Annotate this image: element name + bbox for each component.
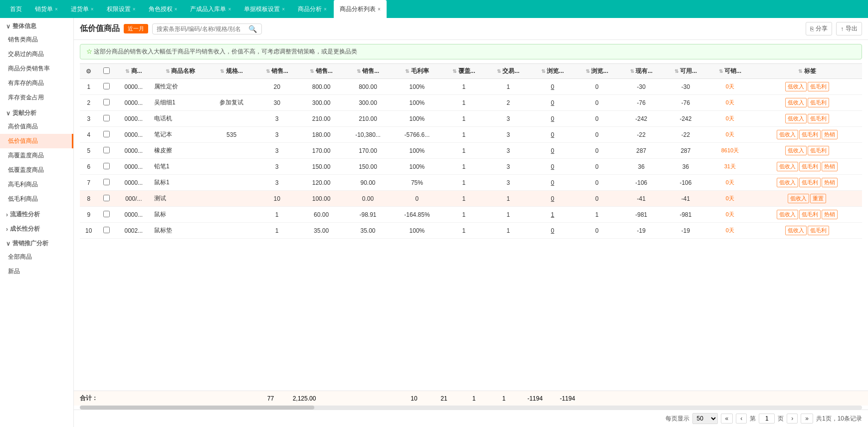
horizontal-scrollbar[interactable] <box>80 406 862 410</box>
td-view1[interactable]: 0 <box>530 143 575 159</box>
th-current-stock[interactable]: ⇅ 现有... <box>619 64 663 79</box>
td-view1[interactable]: 0 <box>530 95 575 111</box>
sidebar-group-flow[interactable]: › 流通性分析 <box>0 206 73 221</box>
nav-template[interactable]: 单据模板设置 × <box>238 0 291 18</box>
th-col6[interactable]: ⇅ 销售... <box>299 64 344 79</box>
row-checkbox[interactable] <box>103 83 110 89</box>
nav-sales[interactable]: 销货单 × <box>29 0 64 18</box>
th-view2[interactable]: ⇅ 浏览... <box>575 64 619 79</box>
row-checkbox[interactable] <box>103 147 110 153</box>
sidebar-item-high-profit[interactable]: 高毛利商品 <box>0 177 73 192</box>
row-checkbox[interactable] <box>103 131 110 137</box>
td-view1[interactable]: 0 <box>530 111 575 127</box>
next-page-button[interactable]: › <box>787 414 798 424</box>
row-checkbox[interactable] <box>103 99 110 105</box>
td-checkbox[interactable] <box>98 127 115 143</box>
row-checkbox[interactable] <box>103 227 110 233</box>
td-checkbox[interactable] <box>98 159 115 175</box>
td-view1[interactable]: 0 <box>530 223 575 239</box>
close-icon[interactable]: × <box>175 6 178 12</box>
view1-link[interactable]: 0 <box>551 227 554 234</box>
td-checkbox[interactable] <box>98 79 115 95</box>
th-settings[interactable]: ⚙ <box>80 64 98 79</box>
view1-link[interactable]: 1 <box>551 211 554 218</box>
view1-link[interactable]: 0 <box>551 195 554 202</box>
td-view1[interactable]: 0 <box>530 159 575 175</box>
sidebar-item-sales-goods[interactable]: 销售类商品 <box>0 32 73 47</box>
close-icon[interactable]: × <box>282 6 285 12</box>
sidebar-group-marketing[interactable]: ∨ 营销推广分析 <box>0 235 73 250</box>
table-container[interactable]: ⚙ ⇅ 商... ⇅ 商品名称 ⇅ 规格... ⇅ 销售... ⇅ 销售... … <box>74 63 868 391</box>
td-view1[interactable]: 0 <box>530 79 575 95</box>
share-button[interactable]: ⎘ 分享 <box>806 22 832 35</box>
sidebar-group-overall[interactable]: ∨ 整体信息 <box>0 18 73 32</box>
td-checkbox[interactable] <box>98 207 115 223</box>
td-view1[interactable]: 0 <box>530 127 575 143</box>
sidebar-item-stock-capital[interactable]: 库存资金占用 <box>0 90 73 105</box>
view1-link[interactable]: 0 <box>551 115 554 122</box>
sidebar-item-all-goods[interactable]: 全部商品 <box>0 250 73 264</box>
sidebar-item-category-rate[interactable]: 商品分类销售率 <box>0 61 73 76</box>
nav-purchase[interactable]: 进货单 × <box>65 0 100 18</box>
sidebar-item-new-goods[interactable]: 新品 <box>0 264 73 279</box>
th-col7[interactable]: ⇅ 销售... <box>344 64 393 79</box>
th-col5[interactable]: ⇅ 销售... <box>255 64 299 79</box>
view1-link[interactable]: 0 <box>551 99 554 106</box>
th-coverage[interactable]: ⇅ 覆盖... <box>441 64 486 79</box>
close-icon[interactable]: × <box>378 6 381 12</box>
view1-link[interactable]: 0 <box>551 83 554 90</box>
view1-link[interactable]: 0 <box>551 147 554 154</box>
td-checkbox[interactable] <box>98 191 115 207</box>
row-checkbox[interactable] <box>103 179 110 185</box>
close-icon[interactable]: × <box>133 6 136 12</box>
td-view1[interactable]: 0 <box>530 175 575 191</box>
sidebar-item-high-value[interactable]: 高价值商品 <box>0 119 73 134</box>
prev-page-button[interactable]: ‹ <box>736 414 747 424</box>
th-checkbox[interactable] <box>98 64 115 79</box>
close-icon[interactable]: × <box>55 6 58 12</box>
last-page-button[interactable]: » <box>801 414 813 424</box>
th-saleable[interactable]: ⇅ 可销... <box>708 64 752 79</box>
sidebar-item-low-profit[interactable]: 低毛利商品 <box>0 192 73 206</box>
sidebar-group-contribution[interactable]: ∨ 贡献分析 <box>0 105 73 119</box>
td-checkbox[interactable] <box>98 175 115 191</box>
th-tags[interactable]: ⇅ 标签 <box>752 64 862 79</box>
row-checkbox[interactable] <box>103 115 110 121</box>
sidebar-item-in-stock[interactable]: 有库存的商品 <box>0 76 73 90</box>
th-view1[interactable]: ⇅ 浏览... <box>530 64 575 79</box>
settings-icon[interactable]: ⚙ <box>86 68 91 75</box>
td-view1[interactable]: 1 <box>530 207 575 223</box>
nav-role[interactable]: 角色授权 × <box>143 0 184 18</box>
row-checkbox[interactable] <box>103 211 110 217</box>
sidebar-item-low-value[interactable]: 低价值商品 <box>0 134 73 148</box>
td-checkbox[interactable] <box>98 223 115 239</box>
sidebar-item-traded[interactable]: 交易过的商品 <box>0 47 73 61</box>
first-page-button[interactable]: « <box>721 414 733 424</box>
filter-tag-button[interactable]: 近一月 <box>124 24 148 33</box>
nav-product-analysis[interactable]: 商品分析 × <box>292 0 333 18</box>
sidebar-item-low-coverage[interactable]: 低覆盖度商品 <box>0 163 73 177</box>
th-code[interactable]: ⇅ 商... <box>115 64 153 79</box>
nav-home[interactable]: 首页 <box>4 0 28 18</box>
export-button[interactable]: ↑ 导出 <box>836 22 862 35</box>
nav-permission[interactable]: 权限设置 × <box>101 0 142 18</box>
select-all-checkbox[interactable] <box>103 67 110 74</box>
view1-link[interactable]: 0 <box>551 131 554 138</box>
th-name[interactable]: ⇅ 商品名称 <box>152 64 208 79</box>
nav-product-in[interactable]: 产成品入库单 × <box>184 0 237 18</box>
per-page-select[interactable]: 50 100 200 <box>692 413 718 424</box>
page-number-input[interactable] <box>759 414 775 424</box>
th-trade[interactable]: ⇅ 交易... <box>486 64 530 79</box>
td-checkbox[interactable] <box>98 143 115 159</box>
th-available[interactable]: ⇅ 可用... <box>663 64 708 79</box>
close-icon[interactable]: × <box>228 6 231 12</box>
view1-link[interactable]: 0 <box>551 179 554 186</box>
td-view1[interactable]: 0 <box>530 191 575 207</box>
td-checkbox[interactable] <box>98 95 115 111</box>
td-checkbox[interactable] <box>98 111 115 127</box>
row-checkbox[interactable] <box>103 163 110 169</box>
search-input[interactable] <box>157 25 246 32</box>
row-checkbox[interactable] <box>103 195 110 201</box>
search-icon[interactable]: 🔍 <box>248 25 257 33</box>
nav-analysis-list[interactable]: 商品分析列表 × <box>334 0 387 18</box>
